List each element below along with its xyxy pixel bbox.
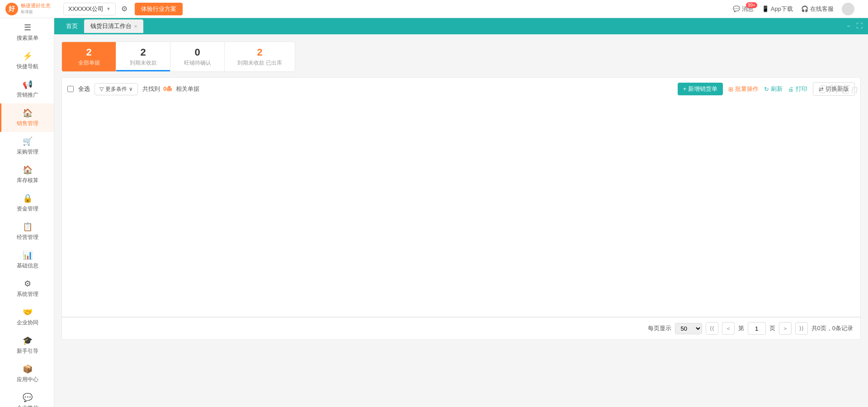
- sidebar-item-label: 快捷导航: [17, 63, 38, 70]
- online-service-label: 在线客服: [810, 5, 834, 13]
- avatar[interactable]: [842, 3, 854, 15]
- switch-icon: ⇄: [819, 86, 824, 93]
- select-all-checkbox[interactable]: [67, 86, 74, 92]
- sidebar-item-label: 基础信息: [17, 262, 38, 270]
- stat-num-overdue: 2: [140, 47, 146, 58]
- pagination: 每页显示 10 20 50 100 ⟨⟨ ＜ 第 1 页 ＞ ⟩⟩ 共0页，0条…: [61, 317, 861, 340]
- app-download-icon: 📱: [762, 5, 769, 12]
- batch-operation-btn[interactable]: ⊞ 批量操作: [728, 85, 759, 93]
- page-next-btn[interactable]: ＞: [779, 322, 792, 335]
- try-industry-btn[interactable]: 体验行业方案: [135, 3, 183, 15]
- refresh-label: 刷新: [771, 85, 783, 93]
- stat-tab-wangpu[interactable]: 0 旺铺待确认: [170, 42, 225, 71]
- print-icon: 🖨: [788, 86, 794, 93]
- select-all-label: 全选: [78, 85, 90, 93]
- switch-new-version-btn[interactable]: ⇄ 切换新版: [813, 82, 855, 96]
- sidebar-item-enterprise-wechat[interactable]: 💬 企业微信: [0, 388, 54, 407]
- sidebar-item-basic-info[interactable]: 📊 基础信息: [0, 246, 54, 274]
- stat-num-all: 2: [86, 47, 91, 58]
- sidebar-item-label: 搜索菜单: [17, 34, 38, 42]
- active-underline: [116, 70, 170, 71]
- settings-icon[interactable]: ⚙: [119, 3, 129, 15]
- found-count: 0条: [163, 85, 172, 92]
- sidebar-item-purchase[interactable]: 🛒 采购管理: [0, 132, 54, 160]
- sidebar-item-operations[interactable]: 📋 经营管理: [0, 217, 54, 246]
- toolbar-right: + 新增销货单 ⊞ 批量操作 ↻ 刷新 🖨 打印 ⇄ 切换新版: [678, 82, 855, 96]
- switch-label: 切换新版: [826, 85, 849, 93]
- batch-icon: ⊞: [728, 86, 733, 93]
- app-download-btn[interactable]: 📱 App下载: [762, 5, 793, 13]
- logo-sub-label: 标准版: [21, 9, 51, 15]
- tab-bar: 首页 钱货日清工作台 × － ⛶: [54, 18, 868, 34]
- sidebar-item-label: 企业协同: [17, 319, 38, 327]
- stat-tab-all[interactable]: 2 全部单据: [62, 42, 116, 71]
- sidebar-item-sales[interactable]: 🏠 销售管理: [0, 103, 54, 132]
- page-prev-btn[interactable]: ＜: [722, 322, 735, 335]
- main-content: 2 全部单据 2 到期未收款 0 旺铺待确认 2 到期未收款 已出库 全选 ▽ …: [54, 34, 868, 407]
- sidebar-item-label: 库存核算: [17, 177, 38, 184]
- logo-app-name: 畅捷通好生意: [21, 3, 51, 9]
- sidebar-item-label: 资金管理: [17, 205, 38, 213]
- purchase-icon: 🛒: [23, 136, 33, 146]
- stat-num-overdue-shipped: 2: [257, 47, 263, 58]
- stat-tab-overdue[interactable]: 2 到期未收款: [116, 42, 170, 71]
- page-last-btn[interactable]: ⟩⟩: [795, 322, 808, 335]
- tab-home[interactable]: 首页: [60, 19, 84, 33]
- sidebar-item-finance[interactable]: 🔒 资金管理: [0, 189, 54, 217]
- finance-icon: 🔒: [23, 193, 33, 203]
- online-service-btn[interactable]: 🎧 在线客服: [801, 5, 834, 13]
- tab-work-desk[interactable]: 钱货日清工作台 ×: [84, 19, 143, 33]
- toolbar-left: 全选 ▽ 更多条件 ∨ 共找到 0条 相关单据: [67, 83, 199, 95]
- total-text: 共0页，0条记录: [811, 324, 853, 332]
- page-number-input[interactable]: 1: [748, 322, 766, 335]
- sidebar: ☰ 搜索菜单 ⚡ 快捷导航 📢 营销推广 🏠 销售管理 🛒 采购管理 🏠 库存核…: [0, 18, 54, 407]
- operations-icon: 📋: [23, 222, 33, 232]
- message-badge: 99+: [746, 2, 757, 8]
- sidebar-item-search[interactable]: ☰ 搜索菜单: [0, 18, 54, 47]
- page-size-label: 每页显示: [648, 324, 671, 332]
- sidebar-item-label: 系统管理: [17, 290, 38, 298]
- app-download-label: App下载: [771, 5, 793, 13]
- sidebar-item-quick-nav[interactable]: ⚡ 快捷导航: [0, 47, 54, 75]
- sidebar-item-marketing[interactable]: 📢 营销推广: [0, 75, 54, 103]
- stats-tabs: 2 全部单据 2 到期未收款 0 旺铺待确认 2 到期未收款 已出库: [61, 42, 295, 72]
- sidebar-item-label: 经营管理: [17, 234, 38, 241]
- sidebar-item-label: 新手引导: [17, 347, 38, 355]
- refresh-icon: ↻: [764, 86, 769, 93]
- tab-minimize-icon[interactable]: －: [845, 22, 852, 30]
- company-selector[interactable]: XXXXXX公司 ▼: [63, 3, 116, 15]
- page-size-select[interactable]: 10 20 50 100: [675, 323, 702, 334]
- stat-label-overdue: 到期未收款: [130, 59, 157, 67]
- marketing-icon: 📢: [23, 80, 33, 89]
- sidebar-item-beginner[interactable]: 🎓 新手引导: [0, 331, 54, 360]
- page-first-btn[interactable]: ⟨⟨: [706, 322, 718, 335]
- tab-expand-icon[interactable]: ⛶: [856, 22, 863, 30]
- system-icon: ⚙: [24, 279, 31, 289]
- print-btn[interactable]: 🖨 打印: [788, 85, 807, 93]
- company-dropdown-arrow: ▼: [106, 6, 111, 11]
- basic-info-icon: 📊: [23, 250, 33, 260]
- new-sales-order-btn[interactable]: + 新增销货单: [678, 83, 723, 95]
- online-service-icon: 🎧: [801, 5, 808, 12]
- tab-close-icon[interactable]: ×: [134, 23, 137, 29]
- sales-icon: 🏠: [23, 108, 33, 118]
- found-suffix: 相关单据: [176, 85, 199, 92]
- top-header: 好 畅捷通好生意 标准版 XXXXXX公司 ▼ ⚙ 体验行业方案 💬 消息 99…: [0, 0, 868, 18]
- stat-tab-overdue-shipped[interactable]: 2 到期未收款 已出库: [225, 42, 295, 71]
- sidebar-item-label: 销售管理: [17, 120, 38, 127]
- inventory-icon: 🏠: [23, 165, 33, 175]
- sidebar-item-system[interactable]: ⚙ 系统管理: [0, 274, 54, 303]
- tab-bar-actions: － ⛶: [845, 22, 863, 30]
- filter-icon: ▽: [99, 86, 104, 92]
- sidebar-item-app-center[interactable]: 📦 应用中心: [0, 360, 54, 388]
- message-btn[interactable]: 💬 消息 99+: [733, 5, 754, 13]
- sidebar-item-inventory[interactable]: 🏠 库存核算: [0, 160, 54, 189]
- filter-btn[interactable]: ▽ 更多条件 ∨: [94, 83, 138, 95]
- refresh-btn[interactable]: ↻ 刷新: [764, 85, 783, 93]
- stat-label-wangpu: 旺铺待确认: [184, 59, 211, 67]
- found-prefix: 共找到: [142, 85, 160, 92]
- stat-label-all: 全部单据: [78, 59, 100, 67]
- sidebar-item-enterprise-collab[interactable]: 🤝 企业协同: [0, 303, 54, 331]
- tab-home-label: 首页: [66, 22, 78, 30]
- logo-area: 好 畅捷通好生意 标准版: [5, 3, 60, 15]
